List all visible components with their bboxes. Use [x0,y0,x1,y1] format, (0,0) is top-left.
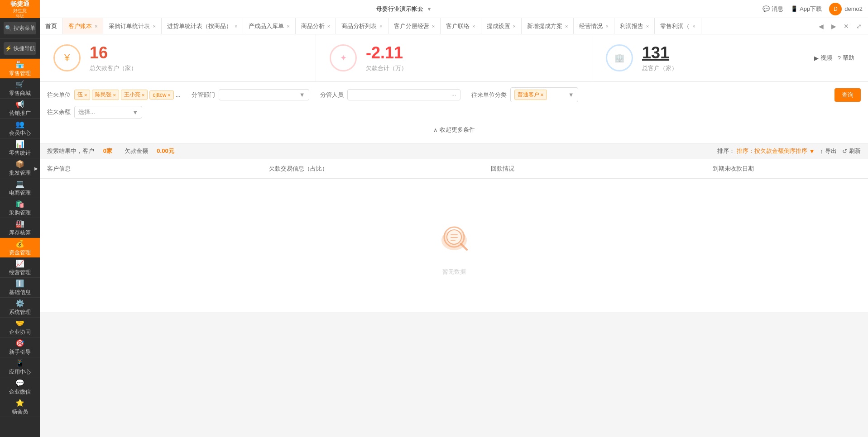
tab-product-analysis-close[interactable]: × [327,24,330,29]
refresh-btn[interactable]: ↺ 刷新 [842,147,861,155]
unit-more-btn[interactable]: ... [176,91,181,98]
store-dropdown-icon[interactable]: ▼ [427,6,432,12]
tab-business-status-close[interactable]: × [605,24,608,29]
sidebar-item-retail-mall[interactable]: 🛒 零售商城 [0,79,40,99]
tab-customer-account-close[interactable]: × [95,24,97,29]
tab-new-commission[interactable]: 新增提成方案 × [522,18,574,34]
tab-commission-settings[interactable]: 提成设置 × [481,18,522,34]
tab-purchase-order-close[interactable]: × [153,24,155,29]
tab-purchase-order[interactable]: 采购订单统计表 × [103,18,161,34]
user-avatar-area[interactable]: D demo2 [829,3,863,15]
tab-customer-segment[interactable]: 客户分层经营 × [388,18,441,34]
tab-retail-profit-label: 零售利润（ [660,22,690,30]
sidebar-item-system[interactable]: ⚙️ 系统管理 [0,298,40,318]
stat-label-total-customers: 总客户（家） [642,64,805,72]
unit-category-select[interactable]: 普通客户 × ▼ [510,87,578,102]
system-icon: ⚙️ [15,299,24,308]
quick-nav-btn[interactable]: ⚡ 快捷导航 [4,42,36,55]
sidebar-item-member[interactable]: 👥 会员中心 [0,119,40,138]
sidebar-item-marketing[interactable]: 📢 营销推广 [0,99,40,119]
stat-value-debt: -2.11 [366,43,578,62]
sidebar-item-base-info[interactable]: ℹ️ 基础信息 [0,278,40,298]
tab-product-analysis-list-close[interactable]: × [379,24,382,29]
query-button[interactable]: 查询 [834,88,861,102]
filter-area: 往来单位 伍 × 陈民强 × 王小亮 × cjttcw × ... [40,82,868,143]
unit-category-filter-label: 往来单位分类 [471,91,507,99]
sidebar-search-area[interactable]: 🔍 搜索菜单 [0,18,40,38]
sidebar-item-enterprise-wechat[interactable]: 💬 企业微信 [0,377,40,397]
video-help-btn[interactable]: ▶ 视频 [814,54,832,62]
unit-tag-chen[interactable]: 陈民强 × [92,90,119,100]
tab-home-label: 首页 [45,22,57,30]
sidebar-item-operations[interactable]: 📈 经营管理 [0,258,40,278]
tab-retail-profit-close[interactable]: × [692,24,695,29]
top-bar-right: 💬 消息 📱 App下载 D demo2 [762,3,863,15]
tab-business-status[interactable]: 经营情况 × [574,18,614,34]
empty-text: 暂无数据 [442,268,466,276]
table-header: 客户信息 欠款交易信息（占比） 回款情况 到期未收款日期 [40,159,868,179]
collapse-arrow-icon: ∧ [433,127,438,133]
unit-category-tag[interactable]: 普通客户 × [514,90,547,100]
tab-new-commission-close[interactable]: × [565,24,568,29]
nav-scroll-left-btn[interactable]: ◀ [815,21,826,32]
unit-tag-wu-close[interactable]: × [84,92,87,98]
tab-customer-account[interactable]: 客户账本 × [63,18,103,34]
nav-close-all-btn[interactable]: ✕ [841,21,852,32]
nav-fullscreen-btn[interactable]: ⤢ [854,21,864,32]
doc-help-btn[interactable]: ? 帮助 [838,54,854,62]
unit-tag-wang-close[interactable]: × [142,92,144,98]
sidebar-item-ecommerce[interactable]: 💻 电商管理 [0,178,40,198]
tab-product-analysis-list[interactable]: 商品分析列表 × [336,18,388,34]
tab-product-inbound-close[interactable]: × [287,24,289,29]
sidebar-item-enterprise[interactable]: 🤝 企业协同 [0,318,40,337]
help-icon: ? [838,55,841,62]
unit-tag-cjttcw-close[interactable]: × [168,92,170,98]
dept-select[interactable]: ▼ [219,89,309,100]
collapse-btn[interactable]: ∧ 收起更多条件 [428,124,480,136]
balance-select[interactable]: 选择... ▼ [74,106,142,119]
unit-category-tag-close[interactable]: × [541,92,544,98]
sidebar-item-retail-stats[interactable]: 📊 零售统计 [0,138,40,158]
quick-nav-icon: ⚡ [5,45,12,52]
tab-commission-settings-close[interactable]: × [513,24,516,29]
empty-icon [432,215,477,261]
tab-profit-report[interactable]: 利润报告 × [614,18,655,34]
tab-customer-contact-close[interactable]: × [472,24,475,29]
tab-retail-profit[interactable]: 零售利润（ × [655,18,701,34]
unit-tag-chen-close[interactable]: × [113,92,115,98]
store-selector-area[interactable]: 母婴行业演示帐套 ▼ [376,5,432,13]
tab-profit-report-close[interactable]: × [646,24,649,29]
person-filter-more-icon[interactable]: ··· [451,91,456,98]
message-btn[interactable]: 💬 消息 [762,5,783,13]
filter-row-2: 往来余额 选择... ▼ [47,106,861,119]
tab-product-analysis[interactable]: 商品分析 × [296,18,336,34]
export-btn[interactable]: ↑ 导出 [820,147,837,155]
tab-home[interactable]: 首页 [40,18,63,34]
sidebar-item-retail-mgmt[interactable]: 🏪 零售管理 [0,59,40,79]
person-filter-input[interactable]: ··· [347,89,460,100]
tab-inbound-stats-close[interactable]: × [235,24,237,29]
sidebar-item-vip-member[interactable]: ⭐ 畅会员 [0,397,40,417]
tab-customer-contact[interactable]: 客户联络 × [441,18,481,34]
sidebar-item-finance[interactable]: 💰 资金管理 [0,238,40,258]
tab-customer-segment-close[interactable]: × [432,24,435,29]
unit-tag-wang[interactable]: 王小亮 × [121,90,148,100]
sidebar-item-purchase[interactable]: 🛍️ 采购管理 [0,198,40,218]
tab-product-inbound[interactable]: 产成品入库单 × [243,18,295,34]
app-download-btn[interactable]: 📱 App下载 [791,5,822,13]
video-icon: ▶ [814,55,819,62]
sidebar-item-app-center[interactable]: 📱 应用中心 [0,357,40,377]
export-icon: ↑ [820,148,824,155]
unit-tag-cjttcw[interactable]: cjttcw × [149,90,173,100]
unit-tag-wu[interactable]: 伍 × [74,90,90,100]
tab-inbound-stats-label: 进货单统计表（按商品） [167,22,232,30]
sidebar-item-wholesale[interactable]: 📦 批发管理 ▶ [0,158,40,178]
sidebar-item-inventory[interactable]: 🏭 库存核算 [0,218,40,238]
stat-icon-3: 🏢 [606,44,633,71]
sidebar-quick-nav-area[interactable]: ⚡ 快捷导航 [0,38,40,59]
search-menu-btn[interactable]: 🔍 搜索菜单 [4,22,36,34]
sort-select[interactable]: 排序： 排序：按欠款金额倒序排序 ▼ [717,147,815,155]
tab-inbound-stats[interactable]: 进货单统计表（按商品） × [162,18,243,34]
nav-scroll-right-btn[interactable]: ▶ [828,21,839,32]
sidebar-item-new-guide[interactable]: 🎯 新手引导 [0,337,40,357]
